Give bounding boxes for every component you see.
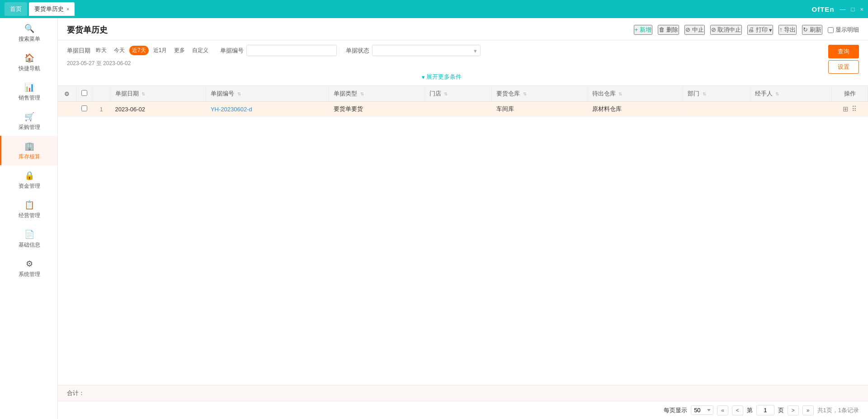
th-doc-type-label: 单据类型 [334,90,357,97]
expand-more-btn[interactable]: ▾ 展开更多条件 [67,73,816,81]
select-all-checkbox[interactable] [81,90,87,96]
total-info: 共1页，1条记录 [817,406,859,414]
shortcut-yesterday[interactable]: 昨天 [93,46,109,55]
th-pending-warehouse[interactable]: 待出仓库 ⇅ [587,86,683,102]
table-wrapper: ⚙ 单据日期 ⇅ 单据编号 ⇅ [58,86,868,385]
sort-icon-reqwh[interactable]: ⇅ [523,91,527,96]
refresh-label: ↻ 刷新 [803,26,821,34]
th-store[interactable]: 门店 ⇅ [425,86,492,102]
th-rownum [92,86,110,102]
sort-icon-docnum[interactable]: ⇅ [237,91,241,96]
inventory-icon: 🏢 [24,141,34,151]
sidebar-item-purchase[interactable]: 🛒 采购管理 [0,106,57,136]
first-page-btn[interactable]: « [717,405,728,415]
brand-label: OfTEn [812,5,835,13]
prev-page-btn[interactable]: < [732,405,743,415]
next-page-btn[interactable]: > [788,405,799,415]
print-dropdown-icon[interactable]: ▾ [769,27,772,33]
td-department [683,102,750,117]
sort-icon-dept[interactable]: ⇅ [703,91,706,96]
td-pending-warehouse: 原材料仓库 [587,102,683,117]
window-minimize-btn[interactable]: — [840,6,846,13]
sort-icon-doctype[interactable]: ⇅ [360,91,364,96]
export-button[interactable]: ↑ 导出 [778,25,797,35]
row-view-icon[interactable]: ⊞ [843,105,849,113]
display-toggle[interactable]: 显示明细 [828,26,859,34]
th-settings[interactable]: ⚙ [58,86,76,102]
main-table: ⚙ 单据日期 ⇅ 单据编号 ⇅ [58,86,868,117]
query-button[interactable]: 查询 [828,45,859,58]
page-input[interactable] [756,405,774,415]
tab-close-icon[interactable]: × [66,6,69,12]
cancel-stop-button[interactable]: ⊘ 取消中止 [710,25,742,35]
sort-icon-docdate[interactable]: ⇅ [142,91,145,96]
th-handler[interactable]: 经手人 ⇅ [750,86,831,102]
page-suffix: 页 [778,406,784,414]
shortcut-more[interactable]: 更多 [171,46,188,55]
row-checkbox[interactable] [81,105,87,111]
row-edit-icon[interactable]: ⠿ [852,105,857,113]
th-doc-type[interactable]: 单据类型 ⇅ [329,86,425,102]
tab-current-label: 要货单历史 [34,5,64,13]
filter-actions: 查询 设置 [828,45,859,74]
table-header-row: ⚙ 单据日期 ⇅ 单据编号 ⇅ [58,86,868,102]
doc-number-link[interactable]: YH-20230602-d [211,106,252,113]
content-area: 要货单历史 + 新增 🗑 删除 ⊘ 中止 ⊘ 取消中止 🖨 打印 ▾ [58,18,868,419]
sort-icon-pendwh[interactable]: ⇅ [618,91,622,96]
td-rownum: 1 [92,102,110,117]
th-doc-number[interactable]: 单据编号 ⇅ [206,86,329,102]
window-maximize-btn[interactable]: □ [851,6,855,13]
delete-button[interactable]: 🗑 删除 [658,25,679,35]
sidebar-item-quick-nav[interactable]: 🏠 快捷导航 [0,48,57,77]
sidebar-item-search-menu[interactable]: 🔍 搜索菜单 [0,18,57,48]
expand-more-icon: ▾ [422,74,425,81]
table-footer: 合计： [58,385,868,401]
refresh-button[interactable]: ↻ 刷新 [802,25,822,35]
td-checkbox[interactable] [76,102,92,117]
shortcut-today[interactable]: 今天 [111,46,127,55]
add-button[interactable]: + 新增 [634,25,653,35]
settings-button[interactable]: 设置 [828,60,859,74]
shortcut-custom[interactable]: 自定义 [189,46,211,55]
window-close-btn[interactable]: × [860,6,863,13]
docnum-input[interactable] [246,45,337,56]
display-toggle-checkbox[interactable] [828,27,834,33]
sidebar-item-operation[interactable]: 📋 经营管理 [0,195,57,224]
status-input[interactable] [372,45,481,56]
sort-icon-store[interactable]: ⇅ [444,91,448,96]
date-range: 2023-05-27 至 2023-06-02 [67,60,816,67]
delete-label: 🗑 删除 [659,26,678,34]
date-label: 单据日期 [67,47,90,55]
top-bar: 首页 要货单历史 × OfTEn — □ × [0,0,868,18]
tab-home[interactable]: 首页 [5,2,27,16]
stop-button[interactable]: ⊘ 中止 [684,25,705,35]
sidebar-item-inventory[interactable]: 🏢 库存核算 [0,136,57,165]
print-button[interactable]: 🖨 打印 ▾ [747,25,773,35]
page-header: 要货单历史 + 新增 🗑 删除 ⊘ 中止 ⊘ 取消中止 🖨 打印 ▾ [58,18,868,40]
sidebar-item-basic[interactable]: 📄 基础信息 [0,224,57,253]
th-req-warehouse[interactable]: 要货仓库 ⇅ [492,86,587,102]
export-label: ↑ 导出 [779,26,796,34]
sidebar-item-sales[interactable]: 📊 销售管理 [0,77,57,106]
page-title: 要货单历史 [67,24,108,35]
system-icon: ⚙ [26,259,33,269]
th-doc-date-label: 单据日期 [115,90,139,97]
shortcut-1month[interactable]: 近1月 [151,46,170,55]
sort-icon-handler[interactable]: ⇅ [775,91,779,96]
filter-row-1: 单据日期 昨天 今天 近7天 近1月 更多 自定义 [67,45,816,56]
tab-home-label: 首页 [10,5,22,13]
docnum-label: 单据编号 [220,47,244,55]
filter-area: 单据日期 昨天 今天 近7天 近1月 更多 自定义 [58,40,868,86]
sidebar-item-system[interactable]: ⚙ 系统管理 [0,253,57,283]
last-page-btn[interactable]: » [802,405,814,415]
th-handler-label: 经手人 [755,90,773,97]
th-department[interactable]: 部门 ⇅ [683,86,750,102]
tab-current[interactable]: 要货单历史 × [29,2,75,16]
shortcut-7days[interactable]: 近7天 [129,46,149,55]
sidebar-item-finance[interactable]: 🔒 资金管理 [0,165,57,195]
th-checkbox [76,86,92,102]
cancel-stop-label: ⊘ 取消中止 [711,26,741,34]
operation-icon: 📋 [24,200,34,210]
th-doc-date[interactable]: 单据日期 ⇅ [110,86,206,102]
per-page-select[interactable]: 50 10 20 100 [691,405,713,415]
